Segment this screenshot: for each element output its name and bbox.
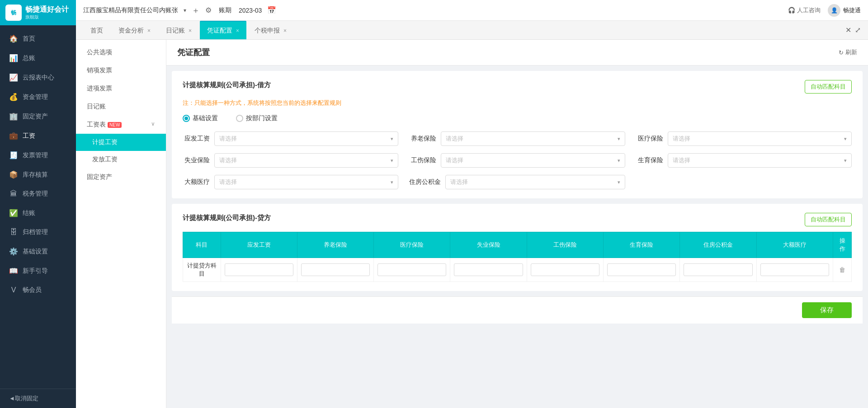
- credit-input-2[interactable]: [377, 263, 446, 276]
- sidebar-item-总账[interactable]: 📊总账: [0, 48, 76, 68]
- credit-input-6[interactable]: [684, 263, 752, 276]
- menu-item-工资表[interactable]: 工资表NEW∨: [76, 116, 166, 134]
- add-tab-button[interactable]: ＋: [192, 5, 200, 16]
- radio-basic-settings[interactable]: 基础设置: [183, 114, 218, 122]
- sidebar-item-结账[interactable]: ✅结账: [0, 203, 76, 223]
- sidebar-item-归档管理[interactable]: 🗄归档管理: [0, 223, 76, 242]
- credit-cell-1: [297, 258, 373, 282]
- credit-table-body: 计提贷方科目🗑: [183, 258, 852, 282]
- credit-cell-7: [756, 258, 833, 282]
- sidebar-item-库存核算[interactable]: 📦库存核算: [0, 165, 76, 184]
- auto-match-credit-button[interactable]: 自动匹配科目: [805, 213, 852, 226]
- refresh-button[interactable]: ↻ 刷新: [839, 48, 857, 56]
- save-area: 保存: [172, 296, 863, 324]
- credit-input-7[interactable]: [760, 263, 829, 276]
- sidebar-item-税务管理[interactable]: 🏛税务管理: [0, 184, 76, 203]
- sidebar-item-首页[interactable]: 🏠首页: [0, 29, 76, 48]
- tab-close-icon[interactable]: ×: [189, 28, 192, 34]
- select-placeholder: 请选择: [673, 156, 690, 164]
- col-大额医疗: 大额医疗: [756, 232, 833, 258]
- col-住房公积金: 住房公积金: [680, 232, 756, 258]
- save-button[interactable]: 保存: [802, 302, 852, 318]
- service-button[interactable]: 🎧 人工咨询: [788, 6, 821, 14]
- sidebar-item-固定资产[interactable]: 🏢固定资产: [0, 107, 76, 126]
- nav-icon: 🏛: [9, 190, 18, 198]
- field-label: 医疗保险: [636, 135, 663, 143]
- sidebar-item-畅会员[interactable]: V畅会员: [0, 281, 76, 300]
- field-select-大额医疗[interactable]: 请选择 ▾: [214, 175, 398, 189]
- col-养老保险: 养老保险: [297, 232, 373, 258]
- sidebar-item-资金管理[interactable]: 💰资金管理: [0, 87, 76, 107]
- settings-icon[interactable]: ⚙: [205, 6, 212, 14]
- sidebar-item-工资[interactable]: 💼工资: [0, 126, 76, 145]
- user-menu[interactable]: 👤 畅捷通: [828, 4, 861, 17]
- radio-dept-label: 按部门设置: [246, 114, 278, 122]
- borrow-title: 计提核算规则(公司承担)-借方: [183, 81, 271, 89]
- credit-input-1[interactable]: [301, 263, 370, 276]
- select-placeholder: 请选择: [219, 178, 237, 186]
- tab-日记账[interactable]: 日记账×: [159, 21, 199, 39]
- auto-match-borrow-button[interactable]: 自动匹配科目: [805, 80, 852, 94]
- tab-close-icon[interactable]: ×: [283, 28, 287, 34]
- radio-dept-settings[interactable]: 按部门设置: [236, 114, 278, 122]
- tab-close-icon[interactable]: ×: [236, 28, 239, 34]
- new-badge: NEW: [108, 122, 122, 128]
- borrow-field-养老保险: 养老保险 请选择 ▾: [409, 131, 625, 146]
- select-placeholder: 请选择: [450, 178, 468, 186]
- borrow-field-应发工资: 应发工资 请选择 ▾: [183, 131, 398, 146]
- field-select-医疗保险[interactable]: 请选择 ▾: [668, 131, 852, 146]
- field-select-工伤保险[interactable]: 请选择 ▾: [441, 153, 625, 168]
- credit-input-5[interactable]: [607, 263, 676, 276]
- select-arrow-icon: ▾: [844, 136, 847, 142]
- borrow-section: 计提核算规则(公司承担)-借方 自动匹配科目 注：只能选择一种方式，系统将按照您…: [172, 71, 863, 198]
- borrow-radio-group: 基础设置 按部门设置: [183, 114, 852, 122]
- expand-window-icon[interactable]: ⤢: [855, 26, 861, 34]
- close-window-icon[interactable]: ✕: [845, 26, 851, 34]
- field-select-养老保险[interactable]: 请选择 ▾: [441, 131, 625, 146]
- menu-item-公共选项[interactable]: 公共选项: [76, 43, 166, 61]
- tab-个税申报[interactable]: 个税申报×: [247, 21, 294, 39]
- field-select-应发工资[interactable]: 请选择 ▾: [214, 131, 398, 146]
- field-label: 工伤保险: [409, 156, 436, 164]
- field-select-生育保险[interactable]: 请选择 ▾: [668, 153, 852, 168]
- menu-item-固定资产[interactable]: 固定资产: [76, 168, 166, 186]
- credit-cell-6: [680, 258, 756, 282]
- credit-input-3[interactable]: [454, 263, 523, 276]
- delete-row-icon[interactable]: 🗑: [839, 266, 845, 273]
- period-label: 账期: [219, 6, 231, 14]
- company-name: 江西服宝精品有限责任公司内账张: [83, 6, 178, 14]
- nav-label: 基础设置: [23, 248, 48, 256]
- menu-item-销项发票[interactable]: 销项发票: [76, 61, 166, 80]
- field-select-失业保险[interactable]: 请选择 ▾: [214, 153, 398, 168]
- credit-input-4[interactable]: [531, 263, 599, 276]
- menu-item-计提工资[interactable]: 计提工资: [76, 134, 166, 151]
- calendar-icon[interactable]: 📅: [267, 6, 276, 14]
- logo-sub: 旗舰版: [25, 14, 69, 20]
- cancel-fixed-button[interactable]: ◄取消固定: [0, 389, 76, 408]
- nav-icon: 🏠: [9, 34, 18, 43]
- menu-item-进项发票[interactable]: 进项发票: [76, 80, 166, 98]
- credit-cell-2: [374, 258, 450, 282]
- company-dropdown-icon[interactable]: ▾: [184, 7, 186, 14]
- app-logo: 畅 畅捷通好会计 旗舰版: [0, 0, 76, 25]
- nav-icon: ✅: [9, 209, 18, 217]
- main-area: 江西服宝精品有限责任公司内账张 ▾ ＋ ⚙ 账期 2023-03 📅 🎧 人工咨…: [76, 0, 868, 408]
- sidebar-item-发票管理[interactable]: 🧾发票管理: [0, 145, 76, 165]
- field-select-住房公积金[interactable]: 请选择 ▾: [445, 175, 625, 189]
- tab-资金分析[interactable]: 资金分析×: [111, 21, 158, 39]
- tab-首页[interactable]: 首页: [83, 21, 110, 39]
- nav-label: 结账: [23, 209, 35, 217]
- menu-item-日记账[interactable]: 日记账: [76, 98, 166, 116]
- sidebar-item-新手引导[interactable]: 📖新手引导: [0, 261, 76, 281]
- menu-item-发放工资[interactable]: 发放工资: [76, 151, 166, 168]
- nav-label: 总账: [23, 54, 35, 62]
- sidebar-item-基础设置[interactable]: ⚙️基础设置: [0, 242, 76, 261]
- tab-凭证配置[interactable]: 凭证配置×: [200, 21, 246, 39]
- tab-close-icon[interactable]: ×: [147, 28, 151, 34]
- topbar-right: 🎧 人工咨询 👤 畅捷通: [788, 4, 861, 17]
- credit-section: 计提核算规则(公司承担)-贷方 自动匹配科目 科目应发工资养老保险医疗保险失业保…: [172, 204, 863, 291]
- nav-label: 固定资产: [23, 113, 48, 121]
- credit-input-0[interactable]: [225, 263, 293, 276]
- sidebar-item-云报表中心[interactable]: 📈云报表中心: [0, 68, 76, 87]
- field-label: 失业保险: [183, 156, 210, 164]
